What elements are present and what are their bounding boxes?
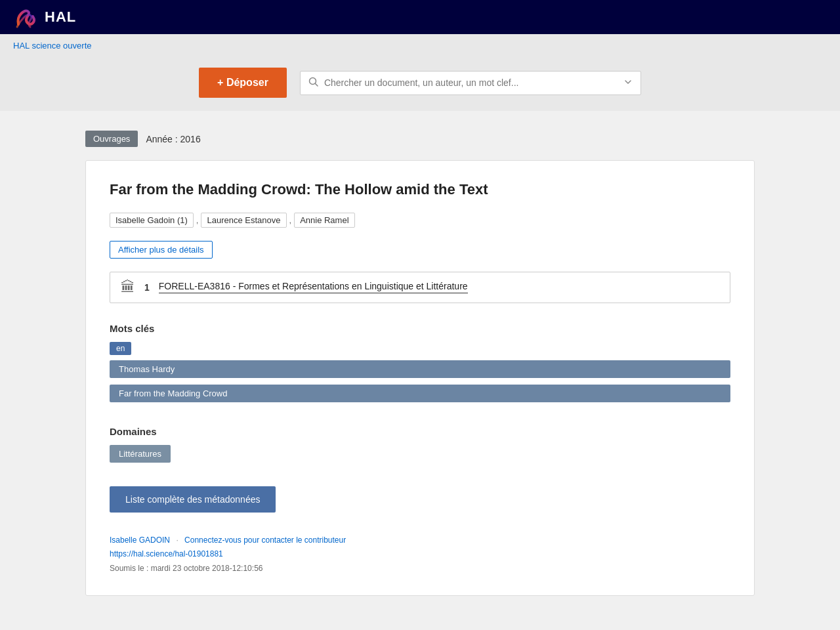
breadcrumb-home[interactable]: HAL science ouverte bbox=[13, 41, 91, 51]
deposit-button[interactable]: + Déposer bbox=[199, 68, 287, 98]
keywords-section: Mots clés en Thomas Hardy Far from the M… bbox=[110, 323, 730, 406]
institution-number: 1 bbox=[144, 282, 150, 293]
submitted-date: Soumis le : mardi 23 octobre 2018-12:10:… bbox=[110, 564, 262, 573]
publication-card: Far from the Madding Crowd: The Hollow a… bbox=[85, 160, 755, 596]
keyword-far-from-madding-crowd[interactable]: Far from the Madding Crowd bbox=[110, 385, 730, 402]
institution-icon: 🏛 bbox=[121, 279, 135, 296]
authors-row: Isabelle Gadoin (1) , Laurence Estanove … bbox=[110, 213, 730, 228]
ouvrages-badge: Ouvrages bbox=[85, 131, 138, 147]
domain-badge-litteratures[interactable]: Littératures bbox=[110, 445, 171, 463]
logo-text: HAL bbox=[45, 9, 76, 26]
hal-logo-icon bbox=[13, 5, 38, 30]
metadata-button[interactable]: Liste complète des métadonnées bbox=[110, 486, 276, 513]
author-badge-1[interactable]: Isabelle Gadoin (1) bbox=[110, 213, 194, 228]
domains-title: Domaines bbox=[110, 426, 730, 437]
author-badge-3[interactable]: Annie Ramel bbox=[294, 213, 354, 228]
contributor-link[interactable]: Isabelle GADOIN bbox=[110, 536, 170, 545]
hal-url-link[interactable]: https://hal.science/hal-01901881 bbox=[110, 549, 223, 558]
card-title: Far from the Madding Crowd: The Hollow a… bbox=[110, 180, 730, 200]
main-content: Ouvrages Année : 2016 Far from the Maddi… bbox=[0, 111, 840, 616]
svg-line-1 bbox=[315, 83, 318, 86]
search-area: + Déposer bbox=[0, 57, 840, 111]
afficher-details-button[interactable]: Afficher plus de détails bbox=[110, 241, 213, 259]
search-input[interactable] bbox=[324, 77, 618, 88]
keywords-list: Thomas Hardy Far from the Madding Crowd bbox=[110, 360, 730, 406]
author-badge-2[interactable]: Laurence Estanove bbox=[201, 213, 286, 228]
author-separator-2: , bbox=[289, 215, 292, 225]
card-footer: Isabelle GADOIN · Connectez-vous pour co… bbox=[110, 534, 730, 576]
institution-name: FORELL-EA3816 - Formes et Représentation… bbox=[159, 281, 468, 293]
lang-badge: en bbox=[110, 342, 131, 355]
keyword-thomas-hardy[interactable]: Thomas Hardy bbox=[110, 360, 730, 378]
keywords-title: Mots clés bbox=[110, 323, 730, 334]
chevron-down-icon[interactable] bbox=[623, 77, 633, 89]
logo[interactable]: HAL bbox=[13, 5, 76, 30]
domains-section: Domaines Littératures bbox=[110, 426, 730, 463]
tag-row: Ouvrages Année : 2016 bbox=[85, 131, 755, 147]
site-header: HAL bbox=[0, 0, 840, 34]
year-text: Année : 2016 bbox=[146, 134, 200, 144]
search-box bbox=[300, 71, 641, 95]
search-icon bbox=[308, 77, 319, 89]
breadcrumb-bar: HAL science ouverte bbox=[0, 34, 840, 57]
contact-link[interactable]: Connectez-vous pour contacter le contrib… bbox=[184, 536, 346, 545]
author-separator-1: , bbox=[196, 215, 199, 225]
institution-row: 🏛 1 FORELL-EA3816 - Formes et Représenta… bbox=[110, 272, 730, 303]
